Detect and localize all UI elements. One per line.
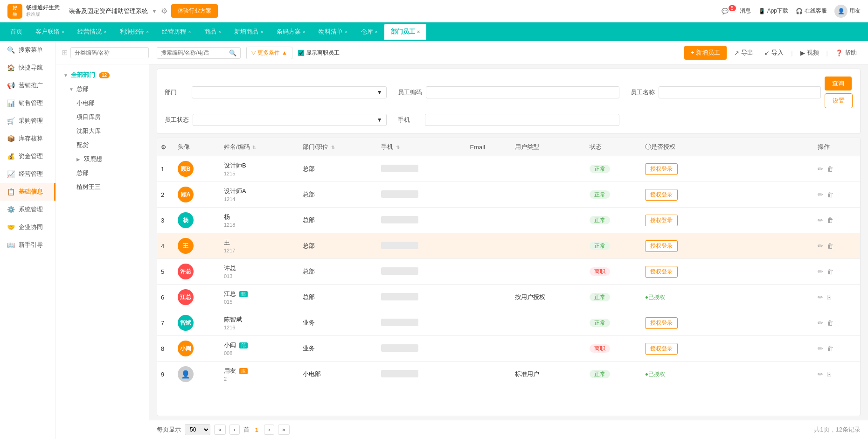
edit-icon[interactable]: ✏ [818,268,823,275]
delete-icon[interactable]: 🗑 [827,268,833,275]
dept-node-hq2[interactable]: 总部 [56,166,149,180]
sidebar-item-system[interactable]: ⚙️ 系统管理 [0,201,56,218]
auth-button[interactable]: 授权登录 [645,317,678,329]
next-page-button[interactable]: › [264,425,274,435]
tab-warehouse[interactable]: 仓库 × [354,24,384,40]
auth-button[interactable]: 授权登录 [645,343,678,355]
sidebar-item-management[interactable]: 📈 经营管理 [0,165,56,183]
close-icon[interactable]: × [62,29,64,35]
search-button[interactable]: 查询 [825,77,852,91]
col-name[interactable]: 姓名/编码 ⇅ [220,138,299,156]
search-input[interactable] [161,49,226,56]
edit-icon[interactable]: ✏ [818,216,823,224]
copy-icon[interactable]: ⎘ [827,293,831,301]
tab-profit[interactable]: 利润报告 × [113,24,155,40]
auth-button[interactable]: 授权登录 [645,163,678,175]
last-page-button[interactable]: » [278,425,290,435]
edit-icon[interactable]: ✏ [818,191,823,198]
settings-icon[interactable]: ⚙ [161,7,167,15]
tab-new-product[interactable]: 新增商品 × [228,24,270,40]
user-item[interactable]: 👤 用友 [834,5,861,18]
close-icon[interactable]: × [417,29,420,35]
edit-icon[interactable]: ✏ [818,242,823,250]
tab-barcode[interactable]: 条码方案 × [270,24,312,40]
tab-products[interactable]: 商品 × [198,24,228,40]
tab-bom[interactable]: 物料清单 × [312,24,354,40]
sidebar-item-inventory[interactable]: 📦 库存核算 [0,130,56,147]
auth-button[interactable]: 授权登录 [645,189,678,201]
close-icon[interactable]: × [146,29,149,35]
tab-history[interactable]: 经营历程 × [155,24,197,40]
search-btn-icon[interactable]: 🔍 [229,49,236,56]
show-leave-checkbox[interactable] [298,50,304,56]
set-button[interactable]: 设置 [825,93,853,108]
dept-node-shenyang[interactable]: 沈阳大库 [56,124,149,138]
dept-node-shuanglu[interactable]: ▶ 双鹿想 [56,152,149,166]
sidebar-item-search[interactable]: 🔍 搜索菜单 [0,41,56,59]
dept-node-zhishu[interactable]: 植树王三 [56,180,149,194]
dept-all[interactable]: ▼ 全部部门 12 [56,68,149,82]
close-icon[interactable]: × [260,29,263,35]
try-button[interactable]: 体验行业方案 [171,4,218,18]
close-icon[interactable]: × [303,29,306,35]
sidebar-item-nav[interactable]: 🏠 快捷导航 [0,59,56,77]
dept-node-project[interactable]: 项目库房 [56,110,149,124]
message-item[interactable]: 💬 5 消息 [722,7,751,15]
dept-node-electronics[interactable]: 小电部 [56,96,149,110]
edit-icon[interactable]: ✏ [818,165,823,173]
first-page-button[interactable]: « [214,425,226,435]
dept-select[interactable]: ▼ [192,86,387,98]
col-settings[interactable]: ⚙ [157,138,174,156]
edit-icon[interactable]: ✏ [818,345,823,352]
sidebar-item-marketing[interactable]: 📢 营销推广 [0,77,56,94]
show-leave-checkbox-wrap[interactable]: 显示离职员工 [298,49,340,57]
sidebar-item-sales[interactable]: 📊 销售管理 [0,94,56,112]
edit-icon[interactable]: ✏ [818,319,823,327]
delete-icon[interactable]: 🗑 [827,216,833,224]
phone-input[interactable] [425,114,620,126]
auth-button[interactable]: 授权登录 [645,266,678,278]
emp-status-select[interactable]: ▼ [193,114,387,126]
sidebar-item-collab[interactable]: 🤝 企业协同 [0,218,56,236]
close-icon[interactable]: × [104,29,106,35]
app-download-item[interactable]: 📱 App下载 [758,7,788,15]
delete-icon[interactable]: 🗑 [827,191,833,198]
add-employee-button[interactable]: + 新增员工 [684,46,727,60]
copy-icon[interactable]: ⎘ [827,370,831,378]
tab-customer[interactable]: 客户联络 × [29,24,71,40]
tab-operations[interactable]: 经营情况 × [71,24,113,40]
emp-code-input[interactable] [426,86,620,98]
dept-node-distribution[interactable]: 配货 [56,138,149,152]
delete-icon[interactable]: 🗑 [827,345,833,352]
dept-node-headquarter[interactable]: ▼ 总部 [56,82,149,96]
sidebar-item-guide[interactable]: 📖 新手引导 [0,236,56,254]
sidebar-item-basic[interactable]: 📋 基础信息 [0,183,56,201]
dropdown-icon[interactable]: ▼ [152,8,157,14]
export-button[interactable]: ↗ 导出 [730,47,757,59]
video-button[interactable]: ▶ 视频 [797,47,823,59]
delete-icon[interactable]: 🗑 [827,165,833,173]
sidebar-item-purchase[interactable]: 🛒 采购管理 [0,112,56,130]
col-dept[interactable]: 部门/职位 ⇅ [299,138,378,156]
auth-button[interactable]: 授权登录 [645,240,678,252]
delete-icon[interactable]: 🗑 [827,242,833,250]
page-size-select[interactable]: 50 100 200 [185,424,210,435]
tab-home[interactable]: 首页 [4,24,29,40]
auth-button[interactable]: 授权登录 [645,215,678,226]
delete-icon[interactable]: 🗑 [827,319,833,327]
tab-employee[interactable]: 部门员工 × [384,24,426,40]
emp-name-input[interactable] [659,86,821,98]
more-filter-button[interactable]: ▽ 更多条件 ▲ [246,47,292,59]
edit-icon[interactable]: ✏ [818,293,823,301]
edit-icon[interactable]: ✏ [818,370,823,378]
col-phone[interactable]: 手机 ⇅ [377,138,466,156]
sidebar-item-finance[interactable]: 💰 资金管理 [0,147,56,165]
tree-search-input[interactable] [70,47,149,58]
online-service-item[interactable]: 🎧 在线客服 [796,7,827,15]
help-button[interactable]: ❓ 帮助 [832,47,861,59]
prev-page-button[interactable]: ‹ [229,425,240,435]
close-icon[interactable]: × [218,29,221,35]
import-button[interactable]: ↙ 导入 [761,47,787,59]
close-icon[interactable]: × [375,29,378,35]
close-icon[interactable]: × [188,29,191,35]
